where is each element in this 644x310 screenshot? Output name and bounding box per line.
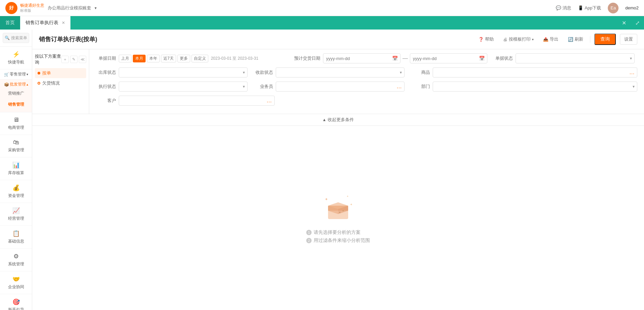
expected-delivery-date-label: 预计交货日期 xyxy=(294,55,320,61)
curr-year-btn[interactable]: 本年 xyxy=(147,55,160,62)
sidebar-item-new-guide[interactable]: 🎯 新手引导 xyxy=(0,294,32,310)
filter-sidebar-icons: ＋ ✎ ≪ xyxy=(61,56,86,63)
sidebar-item-purchase-mgmt[interactable]: 🛍 采购管理 xyxy=(0,135,32,157)
export-icon: 📤 xyxy=(543,37,548,42)
template-print-dropdown-icon: ▾ xyxy=(532,38,534,41)
tab-close-button[interactable]: ✕ xyxy=(62,20,65,25)
page-header-actions: ❓ 帮助 🖨 按模板打印 ▾ 📤 导出 🔄 刷新 查 xyxy=(476,34,637,45)
logo-text: 畅捷通好生意 标准版 xyxy=(20,3,44,13)
sidebar: 🔍 搜索菜单 ⚡ 快捷导航 🛒 零售管理 ▾ 📦 批发管理 ▴ 营销推广 xyxy=(0,30,32,310)
expected-delivery-to-input[interactable] xyxy=(410,53,487,63)
enterprise-collab-icon: 🤝 xyxy=(12,275,20,283)
user-avatar: Ea xyxy=(608,3,619,13)
expected-delivery-from-input[interactable] xyxy=(323,53,400,63)
close-window-button[interactable]: ✕ xyxy=(617,16,631,30)
collapse-chevron-up-icon: ▲ xyxy=(322,117,326,122)
topbar-left: 好 畅捷通好生意 标准版 办公用品行业模拟账套 ▾ xyxy=(5,2,97,14)
salesperson-more-button[interactable]: … xyxy=(396,84,402,89)
tab-sales-order-exec[interactable]: 销售订单执行表 ✕ xyxy=(20,16,70,30)
order-status-select[interactable] xyxy=(516,53,635,63)
sidebar-item-ops-mgmt[interactable]: 📈 经营管理 xyxy=(0,203,32,226)
sidebar-item-finance-mgmt[interactable]: 💰 资金管理 xyxy=(0,180,32,203)
edit-plan-button[interactable]: ✎ xyxy=(70,56,77,63)
new-guide-icon: 🎯 xyxy=(12,298,20,306)
system-mgmt-icon: ⚙ xyxy=(13,253,19,260)
order-status-label: 单据状态 xyxy=(493,55,513,61)
app-download-action[interactable]: 📱 App下载 xyxy=(578,5,601,11)
template-print-icon: 🖨 xyxy=(503,37,507,42)
user-name[interactable]: demo2 xyxy=(625,5,639,10)
sidebar-item-wholesale-mgmt[interactable]: 📦 批发管理 ▴ 营销推广 销售管理 xyxy=(0,80,32,112)
tab-window-actions: ✕ ⤢ xyxy=(617,16,644,30)
filter-sidebar: 按以下方案查询 ＋ ✎ ≪ 按单 欠货情况 xyxy=(32,49,89,114)
filter-nav-owed-goods[interactable]: 欠货情况 xyxy=(35,78,86,88)
department-select[interactable] xyxy=(433,82,637,92)
curr-month-btn[interactable]: 本月 xyxy=(133,55,146,62)
collapse-more-button[interactable]: ▲ 收起更多条件 xyxy=(322,117,354,123)
exec-status-select[interactable] xyxy=(119,82,248,92)
refresh-button[interactable]: 🔄 刷新 xyxy=(565,35,586,44)
sidebar-item-quick-nav[interactable]: ⚡ 快捷导航 xyxy=(0,47,32,69)
message-icon: 💬 xyxy=(556,5,561,10)
owed-goods-dot xyxy=(38,82,40,85)
query-button[interactable]: 查询 xyxy=(594,34,616,45)
sidebar-item-basic-info[interactable]: 📋 基础信息 xyxy=(0,226,32,249)
tab-home[interactable]: 首页 xyxy=(0,16,20,30)
collapse-bar[interactable]: ▲ 收起更多条件 xyxy=(32,114,644,126)
collapse-sidebar-button[interactable]: ≪ xyxy=(79,56,86,63)
by-order-dot xyxy=(38,72,40,74)
svg-text:✦: ✦ xyxy=(325,197,328,202)
custom-btn[interactable]: 自定义 xyxy=(192,55,208,62)
filter-sidebar-title: 按以下方案查询 ＋ ✎ ≪ xyxy=(35,53,86,65)
goods-input[interactable] xyxy=(433,67,637,78)
message-action[interactable]: 💬 消息 xyxy=(556,5,571,11)
retail-mgmt-chevron: ▾ xyxy=(26,72,28,76)
goods-field: 商品 … xyxy=(410,67,637,78)
svg-point-9 xyxy=(342,210,344,211)
help-button[interactable]: ❓ 帮助 xyxy=(476,35,496,44)
date-quick-buttons: 上月 本月 本年 近7天 更多 自定义 2023-03-01 至 2023-03… xyxy=(119,55,289,62)
settings-button[interactable]: 设置 xyxy=(620,34,637,45)
sidebar-item-sales-mgmt[interactable]: 销售管理 xyxy=(3,99,29,110)
more-btn[interactable]: 更多 xyxy=(177,55,190,62)
logo-area: 好 畅捷通好生意 标准版 xyxy=(5,2,44,14)
order-status-field: 单据状态 xyxy=(493,53,637,63)
maximize-window-button[interactable]: ⤢ xyxy=(631,16,644,30)
filter-nav-by-order[interactable]: 按单 xyxy=(35,68,86,78)
topbar-page-title: 办公用品行业模拟账套 xyxy=(48,5,91,11)
svg-text:✦: ✦ xyxy=(346,195,349,198)
goods-more-button[interactable]: … xyxy=(629,70,635,75)
salesperson-input[interactable] xyxy=(276,82,405,92)
page-header: 销售订单执行表(按单) ❓ 帮助 🖨 按模板打印 ▾ 📤 导出 🔄 刷新 xyxy=(32,30,644,49)
salesperson-field: 业务员 … xyxy=(253,82,405,92)
export-button[interactable]: 📤 导出 xyxy=(540,35,561,44)
salesperson-label: 业务员 xyxy=(253,84,273,90)
home-tab-label: 首页 xyxy=(5,20,15,26)
sidebar-item-ecommerce-mgmt[interactable]: 🖥 电商管理 xyxy=(0,112,32,135)
customer-input[interactable] xyxy=(119,96,275,106)
quick-nav-icon: ⚡ xyxy=(12,51,20,58)
topbar: 好 畅捷通好生意 标准版 办公用品行业模拟账套 ▾ 💬 消息 📱 App下载 E… xyxy=(0,0,644,16)
help-icon: ❓ xyxy=(478,37,484,42)
goods-label: 商品 xyxy=(410,69,430,75)
out-warehouse-status-label: 出库状态 xyxy=(96,69,116,75)
sidebar-item-system-mgmt[interactable]: ⚙ 系统管理 xyxy=(0,249,32,271)
collection-status-label: 收款状态 xyxy=(253,69,273,75)
sidebar-item-inventory[interactable]: 📊 库存核算 xyxy=(0,157,32,180)
empty-state-text: 1 请先选择要分析的方案 2 用过滤条件来缩小分析范围 xyxy=(306,229,370,246)
template-print-button[interactable]: 🖨 按模板打印 ▾ xyxy=(500,35,536,44)
prev-month-btn[interactable]: 上月 xyxy=(119,55,131,62)
sidebar-item-marketing[interactable]: 营销推广 xyxy=(3,88,29,99)
add-plan-button[interactable]: ＋ xyxy=(61,56,69,63)
customer-more-button[interactable]: … xyxy=(267,98,272,103)
topbar-dropdown-arrow[interactable]: ▾ xyxy=(95,6,97,10)
sidebar-search-button[interactable]: 🔍 搜索菜单 xyxy=(3,33,29,43)
out-warehouse-status-select[interactable] xyxy=(119,67,248,78)
expected-delivery-date-range: 📅 — 📅 xyxy=(323,53,487,63)
order-status-select-wrapper xyxy=(516,53,635,63)
last-7-days-btn[interactable]: 近7天 xyxy=(161,55,176,62)
sidebar-item-enterprise-collab[interactable]: 🤝 企业协同 xyxy=(0,271,32,294)
wholesale-mgmt-chevron: ▴ xyxy=(26,83,28,86)
sidebar-item-retail-mgmt[interactable]: 🛒 零售管理 ▾ xyxy=(0,69,32,80)
collection-status-select[interactable] xyxy=(276,67,405,78)
